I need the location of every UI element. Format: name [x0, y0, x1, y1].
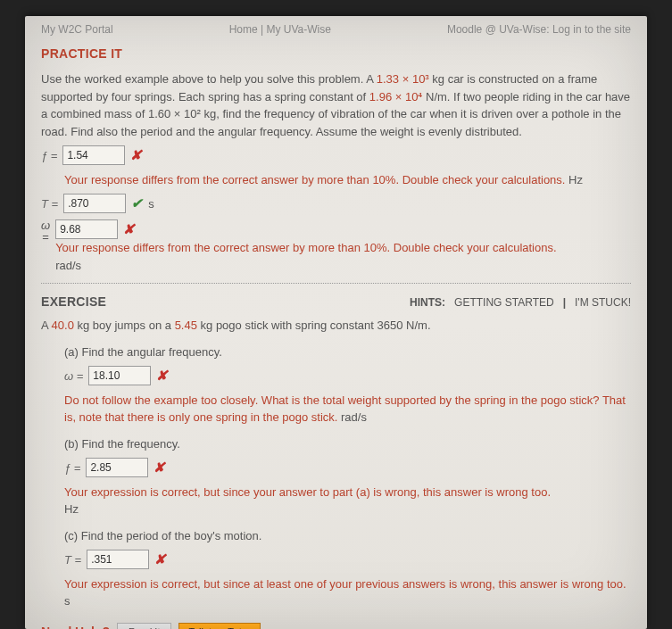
- T-unit: s: [148, 195, 154, 213]
- c-input[interactable]: [87, 550, 149, 569]
- a-label: ω =: [64, 368, 83, 385]
- practice-intro: Use the worked example above to help you…: [41, 70, 631, 140]
- part-c-q: (c) Find the period of the boy's motion.: [64, 527, 631, 545]
- part-b-q: (b) Find the frequency.: [64, 435, 631, 453]
- w-label: ω: [41, 219, 50, 231]
- c-feedback: Your expression is correct, but since at…: [64, 575, 631, 610]
- T-input[interactable]: [63, 194, 126, 213]
- read-it-button[interactable]: Read It: [117, 623, 171, 629]
- nav-left[interactable]: My W2C Portal: [41, 21, 113, 37]
- exercise-intro: A 40.0 kg boy jumps on a 5.45 kg pogo st…: [41, 317, 631, 335]
- hint-stuck[interactable]: I'M STUCK!: [575, 296, 631, 309]
- x-icon: ✘: [130, 145, 142, 166]
- x-icon: ✘: [154, 550, 166, 570]
- a-feedback: Do not follow the example too closely. W…: [64, 392, 631, 426]
- f-input[interactable]: [62, 145, 125, 165]
- divider: [41, 283, 631, 284]
- b-label: ƒ =: [64, 459, 80, 477]
- need-help-label: Need Help?: [41, 623, 110, 630]
- w-feedback: Your response differs from the correct a…: [55, 239, 631, 257]
- c-label: T =: [64, 551, 81, 569]
- need-help: Need Help? Read It Talk to a Tutor: [41, 623, 631, 630]
- omega-row: ✘: [55, 219, 631, 240]
- hints: HINTS: GETTING STARTED | I'M STUCK!: [410, 294, 631, 310]
- part-a: (a) Find the angular frequency. ω = ✘: [64, 343, 631, 386]
- nav-right[interactable]: Moodle @ UVa-Wise: Log in to the site: [447, 21, 631, 37]
- w-input[interactable]: [55, 219, 118, 239]
- period-row: T = ✔ s: [41, 194, 631, 214]
- b-input[interactable]: [86, 458, 148, 477]
- talk-tutor-button[interactable]: Talk to a Tutor: [178, 623, 260, 629]
- T-label: T =: [41, 195, 58, 213]
- part-c: (c) Find the period of the boy's motion.…: [64, 527, 631, 570]
- check-icon: ✔: [131, 194, 143, 214]
- part-a-q: (a) Find the angular frequency.: [64, 343, 631, 361]
- hint-getting-started[interactable]: GETTING STARTED: [454, 296, 554, 309]
- part-b: (b) Find the frequency. ƒ = ✘: [64, 435, 631, 478]
- b-feedback: Your expression is correct, but since yo…: [64, 484, 631, 518]
- exercise-title: EXERCISE: [41, 293, 106, 311]
- x-icon: ✘: [156, 366, 168, 386]
- top-nav: My W2C Portal Home | My UVa-Wise Moodle …: [25, 16, 647, 41]
- freq-row: ƒ = ✘: [41, 145, 631, 166]
- practice-title: PRACTICE IT: [41, 45, 631, 63]
- x-icon: ✘: [123, 219, 135, 240]
- w-unit: rad/s: [55, 257, 631, 275]
- nav-center[interactable]: Home | My UVa-Wise: [229, 21, 331, 37]
- a-input[interactable]: [88, 366, 151, 385]
- w-eq: =: [42, 231, 49, 243]
- x-icon: ✘: [153, 458, 165, 478]
- f-feedback: Your response differs from the correct a…: [64, 171, 631, 189]
- f-label: ƒ =: [41, 147, 57, 165]
